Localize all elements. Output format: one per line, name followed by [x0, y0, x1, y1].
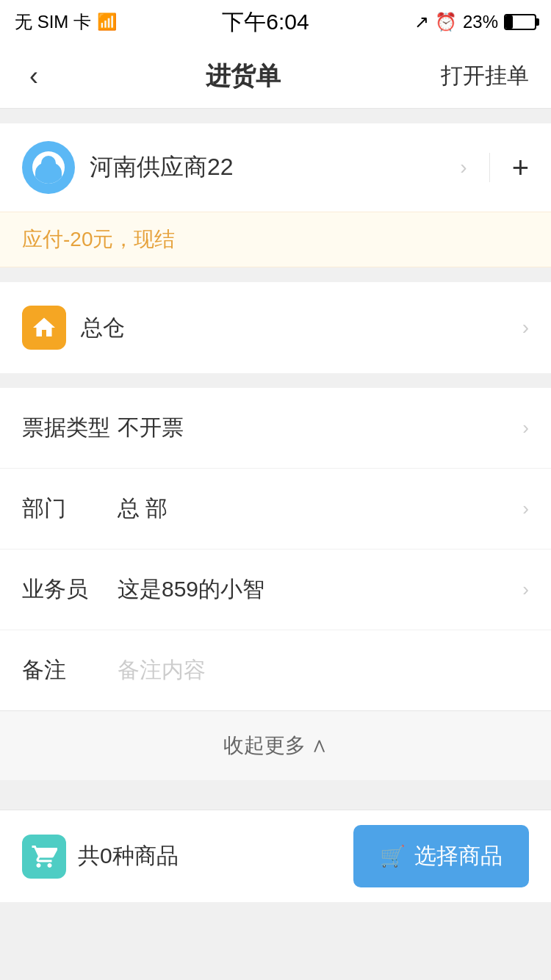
salesperson-row[interactable]: 业务员 这是859的小智 ›: [0, 550, 551, 630]
select-product-label: 选择商品: [414, 841, 503, 871]
nav-bar: ‹ 进货单 打开挂单: [0, 44, 551, 109]
invoice-type-label: 票据类型: [22, 413, 118, 443]
bottom-bar: 共0种商品 🛒 选择商品: [0, 810, 551, 902]
status-time: 下午6:04: [222, 7, 309, 37]
warehouse-label: 总仓: [81, 313, 522, 343]
battery-icon: [504, 14, 536, 30]
warehouse-chevron-icon: ›: [522, 316, 529, 339]
salesperson-label: 业务员: [22, 574, 118, 605]
battery-percent: 23%: [463, 12, 498, 32]
wifi-icon: 📶: [97, 12, 117, 32]
info-banner: 应付-20元，现结: [0, 212, 551, 267]
supplier-chevron-icon: ›: [460, 156, 467, 179]
add-supplier-button[interactable]: +: [512, 151, 529, 184]
section-gap-3: [0, 373, 551, 388]
section-gap-4: [0, 780, 551, 795]
supplier-divider: [489, 153, 490, 182]
department-value: 总 部: [118, 494, 515, 524]
warehouse-icon: [22, 306, 66, 350]
invoice-chevron-icon: ›: [522, 417, 529, 439]
remarks-label: 备注: [22, 655, 118, 685]
supplier-name: 河南供应商22: [90, 151, 460, 184]
salesperson-chevron-icon: ›: [522, 578, 529, 601]
select-product-button[interactable]: 🛒 选择商品: [353, 825, 529, 887]
alarm-icon: ⏰: [435, 12, 457, 32]
salesperson-value: 这是859的小智: [118, 574, 515, 605]
section-gap-2: [0, 267, 551, 282]
form-section: 票据类型 不开票 › 部门 总 部 › 业务员 这是859的小智 › 备注 备注…: [0, 388, 551, 710]
product-svg: [31, 843, 57, 870]
location-icon: ↗: [414, 12, 429, 32]
supplier-avatar: [22, 141, 75, 194]
page-title: 进货单: [206, 60, 281, 93]
warehouse-svg: [31, 314, 57, 341]
supplier-section: 河南供应商22 › + 应付-20元，现结: [0, 123, 551, 267]
department-chevron-icon: ›: [522, 497, 529, 520]
section-gap-1: [0, 109, 551, 123]
select-product-icon: 🛒: [380, 844, 406, 868]
avatar-image: [32, 151, 65, 184]
warehouse-row[interactable]: 总仓 ›: [0, 282, 551, 373]
warehouse-section: 总仓 ›: [0, 282, 551, 373]
invoice-type-value: 不开票: [118, 413, 515, 443]
department-row[interactable]: 部门 总 部 ›: [0, 469, 551, 550]
product-summary: 共0种商品: [22, 835, 179, 879]
back-button[interactable]: ‹: [22, 54, 46, 99]
supplier-actions: › +: [460, 151, 529, 184]
collapse-toggle[interactable]: 收起更多 ∧: [0, 710, 551, 780]
supplier-row[interactable]: 河南供应商22 › +: [0, 123, 551, 212]
invoice-type-row[interactable]: 票据类型 不开票 ›: [0, 388, 551, 469]
product-icon: [22, 835, 66, 879]
status-carrier: 无 SIM 卡 📶: [15, 10, 117, 34]
status-bar: 无 SIM 卡 📶 下午6:04 ↗ ⏰ 23%: [0, 0, 551, 44]
product-count: 共0种商品: [78, 841, 179, 871]
department-label: 部门: [22, 494, 118, 524]
remarks-input[interactable]: 备注内容: [118, 655, 529, 685]
open-pending-button[interactable]: 打开挂单: [441, 61, 529, 91]
remarks-row[interactable]: 备注 备注内容: [0, 630, 551, 710]
status-right: ↗ ⏰ 23%: [414, 12, 536, 32]
